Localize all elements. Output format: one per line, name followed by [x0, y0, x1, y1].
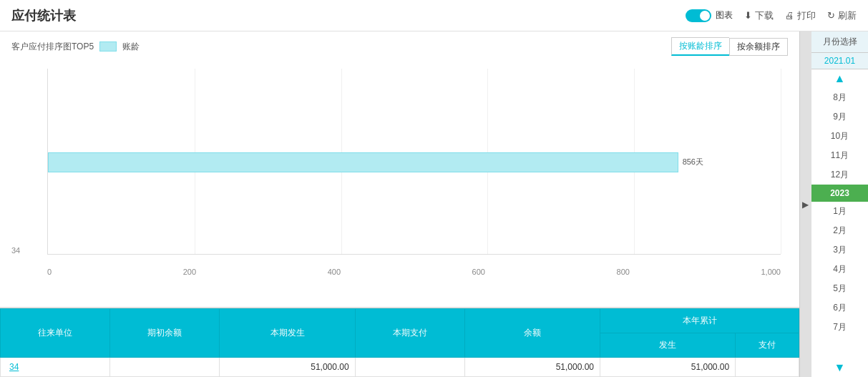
month-sidebar: 月份选择 2021.01 ▲ 8月 9月 10月 11月 12月 2023 1月… — [811, 31, 868, 377]
x-label-0: 0 — [47, 268, 52, 276]
sidebar-year-display[interactable]: 2021.01 — [811, 53, 868, 69]
sidebar-scroll-up[interactable]: ▲ — [811, 69, 868, 88]
legend-color-box — [99, 41, 117, 52]
sidebar-toggle-icon: ▶ — [802, 200, 809, 210]
bar-end-label: 856天 — [683, 157, 703, 167]
col-header-balance: 余额 — [464, 309, 600, 358]
print-icon: 🖨 — [785, 10, 794, 21]
cell-balance: 51,000.00 — [464, 358, 600, 377]
page-title: 应付统计表 — [11, 7, 76, 24]
data-table-section: 往来单位 期初余额 本期发生 本期支付 余额 本年累计 发生 支付 — [0, 307, 799, 377]
x-label-200: 200 — [183, 268, 196, 276]
sidebar-month-7[interactable]: 7月 — [811, 318, 868, 337]
legend-item-label: 账龄 — [122, 41, 140, 53]
download-label: 下载 — [755, 9, 774, 22]
cell-unit: 34 — [1, 358, 110, 377]
col-header-ytd-occur: 发生 — [600, 333, 736, 358]
sidebar-month-8[interactable]: 8月 — [811, 88, 868, 107]
sort-by-balance-button[interactable]: 按账龄排序 — [671, 37, 729, 56]
cell-opening — [110, 358, 220, 377]
y-axis-label: 34 — [11, 246, 23, 255]
sidebar-year-2023[interactable]: 2023 — [811, 185, 868, 202]
refresh-icon: ↻ — [827, 10, 835, 21]
bar-fill — [48, 152, 678, 172]
sidebar-month-10[interactable]: 10月 — [811, 127, 868, 146]
table-row: 34 51,000.00 51,000.00 51,000.00 — [1, 358, 799, 377]
sidebar-month-list: 8月 9月 10月 11月 12月 2023 1月 2月 3月 4月 5月 6月… — [811, 88, 868, 358]
x-label-600: 600 — [472, 268, 485, 276]
sidebar-month-9[interactable]: 9月 — [811, 107, 868, 127]
sort-by-amount-button[interactable]: 按余额排序 — [729, 38, 788, 56]
sidebar-header: 月份选择 — [811, 31, 868, 53]
print-button[interactable]: 🖨 打印 — [785, 9, 816, 22]
sidebar-month-1[interactable]: 1月 — [811, 202, 868, 221]
sidebar-scroll-down[interactable]: ▼ — [811, 358, 868, 377]
refresh-label: 刷新 — [838, 9, 857, 22]
chart-toggle[interactable] — [686, 9, 711, 22]
col-header-current-pay: 本期支付 — [355, 309, 464, 358]
col-header-unit: 往来单位 — [1, 309, 110, 358]
download-button[interactable]: ⬇ 下载 — [744, 9, 774, 22]
cell-current-occur: 51,000.00 — [220, 358, 355, 377]
sidebar-month-6[interactable]: 6月 — [811, 298, 868, 318]
cell-current-pay — [355, 358, 464, 377]
col-header-opening: 期初余额 — [110, 309, 220, 358]
download-icon: ⬇ — [744, 10, 752, 21]
chart-plot-area: 856天 — [47, 69, 781, 255]
chart-legend: 客户应付排序图TOP5 账龄 — [11, 41, 140, 53]
cell-ytd-occur: 51,000.00 — [600, 358, 736, 377]
chart-legend-title: 客户应付排序图TOP5 — [11, 41, 94, 53]
col-header-ytd: 本年累计 — [600, 309, 799, 333]
col-header-current-occur: 本期发生 — [220, 309, 355, 358]
chart-toggle-label: 图表 — [716, 9, 733, 21]
sidebar-month-3[interactable]: 3月 — [811, 240, 868, 260]
sidebar-toggle-button[interactable]: ▶ — [799, 31, 811, 377]
data-table: 往来单位 期初余额 本期发生 本期支付 余额 本年累计 发生 支付 — [0, 308, 799, 377]
x-axis-labels: 0 200 400 600 800 1,000 — [47, 268, 781, 276]
chart-sort-controls: 按账龄排序 按余额排序 — [671, 37, 788, 56]
grid-line-5 — [781, 69, 781, 254]
cell-ytd-pay — [736, 358, 799, 377]
print-label: 打印 — [797, 9, 816, 22]
sidebar-month-4[interactable]: 4月 — [811, 260, 868, 279]
refresh-button[interactable]: ↻ 刷新 — [827, 9, 857, 22]
bar-chart-container: 34 — [0, 62, 799, 307]
x-label-400: 400 — [328, 268, 341, 276]
x-label-1000: 1,000 — [761, 268, 781, 276]
sidebar-month-2[interactable]: 2月 — [811, 221, 868, 240]
unit-link[interactable]: 34 — [9, 362, 19, 372]
sidebar-month-11[interactable]: 11月 — [811, 146, 868, 165]
chart-toggle-wrap[interactable]: 图表 — [686, 9, 733, 22]
sidebar-month-12[interactable]: 12月 — [811, 165, 868, 185]
sidebar-month-5[interactable]: 5月 — [811, 279, 868, 298]
x-label-800: 800 — [617, 268, 630, 276]
col-header-ytd-pay: 支付 — [736, 333, 799, 358]
